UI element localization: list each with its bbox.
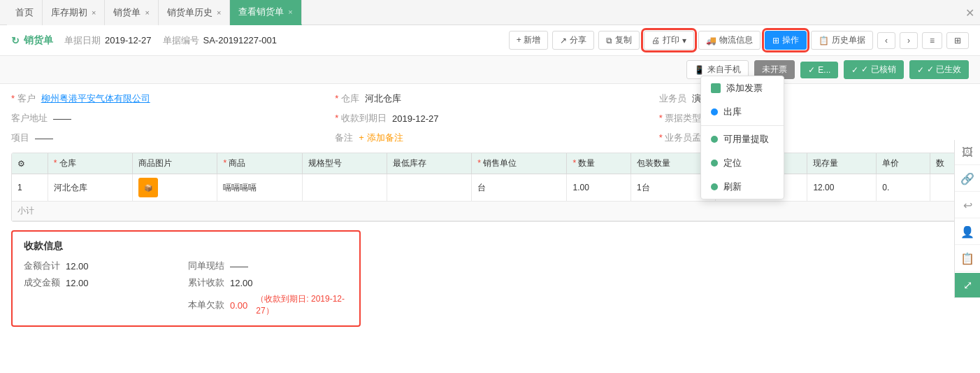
payment-grid: 金额合计 12.00 成交金额 12.00 同单现结 —— 累计收款 — [24, 260, 348, 317]
tab-inventory-init-close[interactable]: × — [92, 8, 96, 17]
doc-date-item: 单据日期 2019-12-27 — [64, 34, 152, 47]
total-amount-label: 金额合计 — [24, 260, 60, 272]
product-table-container: ⚙ * 仓库 商品图片 * 商品 规格型号 最低库存 * 销售单位 * 数量 包… — [11, 153, 969, 222]
transaction-amount-value: 12.00 — [66, 278, 89, 288]
add-invoice-label: 添加发票 — [726, 82, 763, 94]
check-label: E... — [818, 65, 830, 75]
operation-button[interactable]: ⊞ 操作 — [765, 31, 807, 50]
table-header-row: ⚙ * 仓库 商品图片 * 商品 规格型号 最低库存 * 销售单位 * 数量 包… — [12, 153, 968, 174]
due-date-hint: （收款到期日: 2019-12-27） — [256, 293, 348, 317]
tab-sales-history[interactable]: 销货单历史 × — [159, 0, 230, 25]
refresh-item[interactable]: 刷新 — [701, 175, 784, 199]
tab-sales-history-close[interactable]: × — [217, 8, 221, 17]
operation-dropdown-menu: 添加发票 出库 可用量提取 定位 刷新 — [700, 76, 784, 199]
tab-view-sales[interactable]: 查看销货单 × — [230, 0, 301, 25]
product-thumbnail: 📦 — [138, 178, 158, 197]
note-label: 备注 — [335, 132, 353, 144]
cumulative-receipt-value: 12.00 — [230, 278, 253, 288]
effective-button[interactable]: ✓ ✓ 已生效 — [909, 60, 969, 79]
history-button[interactable]: 📋 历史单据 — [811, 31, 873, 50]
col-warehouse: * 仓库 — [48, 153, 132, 174]
add-note-button[interactable]: + 添加备注 — [359, 132, 403, 144]
current-due-row: 本单欠款 0.00 （收款到期日: 2019-12-27） — [188, 293, 348, 317]
outbound-label: 出库 — [723, 106, 742, 118]
sidebar-return-button[interactable]: ↩ — [955, 193, 980, 218]
cell-qty: 1.00 — [567, 174, 630, 202]
tab-sales-order[interactable]: 销货单 × — [105, 0, 158, 25]
subtotal-label: 小计 — [12, 202, 968, 221]
add-invoice-item[interactable]: 添加发票 — [701, 76, 784, 100]
address-value: —— — [53, 113, 71, 124]
sold-out-button[interactable]: ✓ ✓ 已核销 — [844, 60, 903, 79]
refresh-label: 刷新 — [723, 181, 742, 193]
same-order-settle-value: —— — [230, 261, 248, 272]
doc-date-label: 单据日期 — [64, 34, 101, 47]
cell-price: 0. — [877, 174, 930, 202]
doc-number-item: 单据编号 SA-20191227-001 — [163, 34, 278, 47]
same-order-settle-label: 同单现结 — [188, 260, 224, 272]
sidebar-link-button[interactable]: 🔗 — [955, 167, 980, 192]
cell-product-img: 📦 — [133, 174, 217, 202]
secondary-toolbar: 📱 来自手机 未开票 ✓ E... ✓ ✓ 已核销 ✓ ✓ 已生效 — [0, 56, 980, 84]
add-invoice-icon — [711, 83, 721, 93]
locate-label: 定位 — [723, 157, 742, 169]
outbound-icon — [711, 108, 718, 115]
doc-date-value: 2019-12-27 — [105, 35, 152, 45]
logistics-button[interactable]: 🚚 物流信息 — [698, 31, 761, 50]
not-open-label: 未开票 — [762, 64, 787, 76]
window-close-button[interactable]: ✕ — [965, 6, 974, 19]
doc-title-icon: ↻ — [11, 35, 20, 46]
view-grid-button[interactable]: ⊞ — [946, 32, 969, 49]
tab-inventory-init-label: 库存期初 — [51, 6, 87, 19]
outbound-item[interactable]: 出库 — [701, 100, 784, 124]
cell-min-stock — [387, 174, 471, 202]
due-date-field: 收款到期日 2019-12-27 — [335, 112, 644, 125]
cumulative-receipt-row: 累计收款 12.00 — [188, 276, 348, 289]
col-product-img: 商品图片 — [133, 153, 217, 174]
prev-button[interactable]: ‹ — [877, 32, 895, 49]
logistics-label: 物流信息 — [719, 34, 753, 46]
locate-icon — [711, 160, 718, 167]
tab-home[interactable]: 首页 — [7, 0, 43, 25]
tab-view-sales-close[interactable]: × — [288, 8, 292, 16]
available-qty-label: 可用量提取 — [723, 133, 769, 146]
share-button[interactable]: ↗ 分享 — [552, 31, 594, 50]
customer-label: 客户 — [11, 92, 36, 105]
sidebar-image-button[interactable]: 🖼 — [955, 140, 980, 165]
check-button[interactable]: ✓ E... — [800, 62, 838, 78]
sidebar-user-button[interactable]: 👤 — [955, 220, 980, 245]
available-qty-item[interactable]: 可用量提取 — [701, 127, 784, 151]
due-date-value: 2019-12-27 — [392, 113, 439, 124]
sidebar-expand-button[interactable]: ⤢ — [955, 273, 980, 298]
new-button[interactable]: + 新增 — [509, 31, 548, 50]
tab-bar: 首页 库存期初 × 销货单 × 销货单历史 × 查看销货单 × ✕ — [0, 0, 980, 25]
due-date-label: 收款到期日 — [335, 112, 387, 125]
total-amount-row: 金额合计 12.00 — [24, 260, 184, 272]
doc-header: ↻ 销货单 单据日期 2019-12-27 单据编号 SA-20191227-0… — [0, 25, 980, 56]
history-label: 历史单据 — [832, 34, 865, 46]
sidebar-clipboard-button[interactable]: 📋 — [955, 246, 980, 272]
copy-button[interactable]: ⧉ 复制 — [598, 31, 640, 50]
project-field: 项目 —— — [11, 132, 321, 144]
col-min-stock: 最低库存 — [387, 153, 471, 174]
tab-inventory-init[interactable]: 库存期初 × — [43, 0, 105, 25]
sold-out-label: ✓ 已核销 — [861, 64, 895, 76]
total-amount-value: 12.00 — [66, 261, 89, 272]
right-sidebar: 🖼 🔗 ↩ 👤 📋 ⤢ — [954, 140, 980, 298]
next-button[interactable]: › — [900, 32, 918, 49]
tab-home-label: 首页 — [15, 6, 34, 19]
logistics-icon: 🚚 — [706, 36, 716, 45]
print-button[interactable]: 🖨 打印 ▾ — [644, 31, 694, 50]
customer-value[interactable]: 柳州粤港平安气体有限公司 — [41, 92, 150, 105]
print-icon: 🖨 — [651, 36, 660, 45]
warehouse-label: 仓库 — [335, 92, 359, 105]
view-list-button[interactable]: ≡ — [922, 32, 942, 49]
locate-item[interactable]: 定位 — [701, 151, 784, 175]
tab-sales-order-close[interactable]: × — [145, 8, 149, 17]
product-table: ⚙ * 仓库 商品图片 * 商品 规格型号 最低库存 * 销售单位 * 数量 包… — [12, 153, 968, 221]
history-icon: 📋 — [819, 36, 829, 45]
project-label: 项目 — [11, 132, 29, 144]
cell-unit: 台 — [472, 174, 567, 202]
copy-icon: ⧉ — [606, 36, 612, 45]
current-due-label: 本单欠款 — [188, 299, 224, 311]
